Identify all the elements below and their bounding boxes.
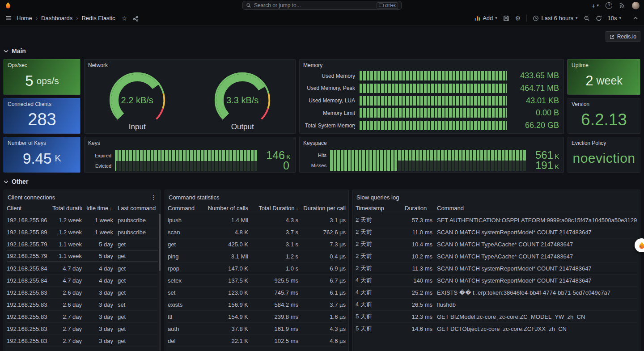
section-chevron-icon — [4, 180, 8, 183]
cell-last-command: get — [118, 338, 158, 344]
cell-duration-per-call: 6.7 µs — [303, 277, 346, 284]
cell-command: SCAN 0 MATCH TypeACache* COUNT 214748364… — [437, 241, 637, 248]
panel-eviction-policy: Eviction Policy noeviction — [568, 137, 640, 173]
star-icon[interactable]: ☆ — [122, 15, 127, 22]
cell-command: lpush — [168, 217, 203, 224]
gear-icon: ⚙ — [515, 15, 521, 22]
bargauge-row: Misses 191K — [305, 160, 559, 169]
breadcrumb-home[interactable]: Home — [17, 15, 32, 21]
bargauge-fill — [360, 121, 507, 130]
column-header-timestamp[interactable]: Timestamp — [356, 205, 400, 211]
cell-duration-per-call: 4.3 µs — [303, 326, 346, 332]
bargauge-value: 191K — [530, 160, 559, 171]
cell-last-command: get — [118, 313, 158, 320]
bargauge-fill — [360, 108, 507, 118]
refresh-interval-picker[interactable]: 10s ▾ — [608, 15, 622, 21]
cell-duration-per-call: 4.6 µs — [303, 338, 346, 344]
cell-total-duration: 1.2 week — [52, 217, 82, 224]
column-header-idle-time[interactable]: Idle time ↓ — [86, 205, 113, 211]
chevron-down-icon: ▾ — [597, 4, 599, 8]
column-header-total-duration[interactable]: Total duration — [52, 205, 82, 211]
cell-total-duration: 4.7 day — [52, 265, 82, 272]
time-range-picker[interactable]: Last 6 hours ▾ — [533, 15, 577, 21]
table-row: 4 天前 26.5 ms flushdb — [356, 298, 637, 310]
panel-connected-clients: Connected Clients 283 — [4, 98, 80, 134]
stat-value: 283 — [4, 106, 80, 133]
column-header-command[interactable]: Command — [168, 205, 203, 211]
cell-total-duration: 102.5 ms — [253, 338, 298, 344]
column-header-client[interactable]: Client — [7, 205, 48, 211]
table-row: 5 天前 12.3 ms GET BIZModel:zc-core_zc-cor… — [356, 310, 637, 322]
panel-title[interactable]: Memory — [300, 59, 564, 68]
rss-icon[interactable] — [619, 2, 625, 8]
table-row: auth 37.8 K 161.9 ms 4.3 µs — [168, 322, 346, 334]
cell-last-command: get — [118, 326, 158, 332]
bargauge-row: Hits 561K — [305, 150, 559, 158]
cell-total-duration: 2.7 day — [52, 338, 82, 344]
cell-total-duration: 925.5 ms — [253, 277, 298, 284]
cell-idle-time: 4 day — [86, 265, 113, 272]
cell-total-duration: 161.9 ms — [253, 326, 298, 332]
gauge-value: 2.2 kB/s — [103, 95, 171, 106]
share-icon[interactable] — [132, 15, 139, 21]
help-icon[interactable]: ? — [606, 2, 612, 9]
section-header-main[interactable]: Main — [4, 47, 640, 55]
panel-menu-icon[interactable]: ⋮ — [151, 194, 157, 200]
bargauge-label: Hits — [305, 152, 326, 158]
scrollbar-thumb[interactable] — [159, 214, 161, 271]
table-row: 2 天前 10.4 ms SCAN 0 MATCH TypeACache* CO… — [356, 238, 637, 250]
cell-client: 192.168.255.83… — [7, 301, 48, 308]
panel-title[interactable]: Network — [85, 59, 295, 68]
cell-duration: 11.0 ms — [405, 229, 432, 236]
column-header-command[interactable]: Command — [437, 205, 637, 211]
breadcrumb-dashboards[interactable]: Dashboards — [41, 15, 72, 21]
dashboard-settings-button[interactable]: ⚙ — [515, 15, 521, 22]
column-header-total-duration[interactable]: Total Duration ↓ — [253, 205, 298, 211]
panel-title[interactable]: Slow queries log — [356, 194, 399, 201]
cell-total-duration: 2.7 day — [52, 313, 82, 320]
column-header-duration[interactable]: Duration — [405, 205, 432, 211]
panel-title[interactable]: Keys — [85, 137, 295, 146]
panel-title[interactable]: Client connections — [8, 194, 55, 201]
panel-slow-queries-log: Slow queries log Timestamp Duration Comm… — [352, 190, 640, 351]
column-header-number-of-calls[interactable]: Number of calls — [207, 205, 248, 211]
panel-keyspace: Keyspace Hits 561K Misses — [299, 137, 564, 173]
table-row: 192.168.255.83… 2.7 day 3 day get — [7, 322, 158, 334]
panel-title[interactable]: Command statistics — [169, 194, 219, 201]
bargauge-label: Expired — [90, 153, 111, 158]
panel-title[interactable]: Keyspace — [300, 137, 564, 146]
search-input[interactable]: Search or jump to... ctrl+k — [242, 1, 402, 10]
cell-timestamp: 4 天前 — [356, 276, 400, 284]
breadcrumb-current[interactable]: Redis Elastic — [81, 15, 115, 21]
column-header-last-command[interactable]: Last command — [118, 205, 158, 211]
user-avatar[interactable] — [632, 2, 640, 9]
zoom-out-button[interactable] — [584, 15, 590, 21]
bargauge-value: 66.20 GB — [512, 121, 559, 130]
collapse-toolbar-button[interactable] — [632, 15, 639, 21]
cell-number-of-calls: 3.1 Mil — [207, 253, 248, 260]
sort-desc-icon: ↓ — [110, 206, 112, 211]
grafana-logo-icon[interactable] — [4, 2, 12, 9]
save-dashboard-button[interactable] — [503, 15, 509, 21]
bargauge-value: 0.00 B — [512, 108, 559, 118]
cell-total-duration: 2.7 day — [52, 326, 82, 332]
cell-total-duration: 745.7 ms — [253, 289, 298, 296]
redis-io-link-button[interactable]: Redis.io — [606, 31, 640, 42]
cell-command: ltrim — [168, 350, 203, 351]
column-header-duration-per-call[interactable]: Duration per call — [303, 205, 346, 211]
gauge-input: 2.2 kB/s Input — [85, 70, 190, 131]
section-header-other[interactable]: Other — [4, 177, 640, 186]
cell-duration: 57.3 ms — [405, 217, 432, 224]
refresh-button[interactable] — [596, 15, 602, 21]
bargauge-track — [115, 160, 258, 171]
table-row: 2 天前 57.3 ms SET AUTHENTICATION:OSPPLATF… — [356, 214, 637, 226]
new-menu-button[interactable]: + ▾ — [592, 2, 599, 9]
add-panel-button[interactable]: Add ▾ — [475, 15, 497, 21]
sort-desc-icon: ↓ — [296, 206, 299, 211]
table-scrollbar[interactable] — [159, 214, 161, 351]
refresh-icon — [596, 15, 602, 21]
cell-total-duration: 1.1 week — [52, 253, 82, 259]
hamburger-menu-icon[interactable] — [5, 15, 12, 21]
cell-timestamp: 5 天前 — [356, 325, 400, 333]
cell-duration-per-call: 1.6 µs — [303, 313, 346, 320]
